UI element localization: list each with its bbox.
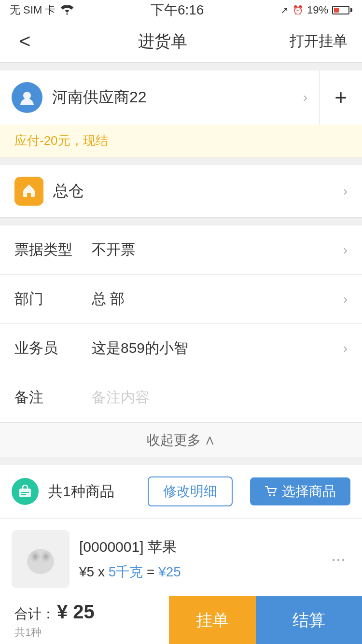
wifi-icon: [60, 5, 74, 15]
product-total: ¥25: [158, 564, 181, 579]
remark-label: 备注: [14, 388, 92, 407]
warehouse-chevron-icon: ›: [343, 183, 348, 199]
supplier-chevron-icon: ›: [303, 90, 307, 105]
total-amount: ¥ 25: [57, 601, 95, 623]
status-time: 下午6:16: [151, 1, 204, 19]
status-bar: 无 SIM 卡 下午6:16 ↗ ⏰ 19%: [0, 0, 362, 20]
supplier-alert: 应付-20元，现结: [0, 125, 362, 157]
invoice-type-row[interactable]: 票据类型 不开票 ›: [0, 225, 362, 275]
select-product-button[interactable]: 选择商品: [250, 477, 350, 505]
checkout-button[interactable]: 结算: [256, 596, 362, 644]
gap-3: [0, 218, 362, 225]
product-name: [0000001] 苹果: [79, 537, 317, 557]
total-section: 合计： ¥ 25 共1种: [0, 596, 169, 644]
salesperson-value: 这是859的小智: [92, 338, 343, 358]
product-title-text: 苹果: [148, 539, 177, 555]
collapse-button[interactable]: 收起更多 ∧: [0, 422, 362, 457]
svg-point-13: [44, 555, 47, 559]
nav-bar: < 进货单 打开挂单: [0, 20, 362, 63]
svg-point-5: [269, 494, 271, 496]
alarm-icon: ⏰: [292, 5, 303, 15]
gap-1: [0, 63, 362, 70]
salesperson-label: 业务员: [14, 338, 92, 358]
product-price-row: ¥5 x 5千克 = ¥25: [79, 563, 317, 581]
back-button[interactable]: <: [14, 26, 35, 57]
product-code: [0000001]: [79, 539, 143, 555]
svg-point-12: [34, 555, 37, 559]
department-chevron-icon: ›: [343, 292, 348, 307]
product-thumbnail: 督+: [12, 530, 70, 588]
svg-point-0: [23, 92, 31, 99]
warehouse-icon: [14, 177, 43, 206]
gap-2: [0, 157, 362, 165]
owl-logo-icon: 督+: [21, 540, 60, 578]
supplier-name: 河南供应商22: [52, 87, 293, 108]
product-header-icon: [12, 478, 39, 505]
remark-input[interactable]: 备注内容: [92, 388, 348, 407]
product-quantity: 5千克: [109, 564, 143, 579]
department-value: 总 部: [92, 289, 343, 309]
hang-button[interactable]: 挂单: [169, 596, 256, 644]
equals-sign: =: [147, 564, 158, 579]
warehouse-selector[interactable]: 总仓 ›: [0, 165, 362, 217]
svg-rect-3: [27, 193, 31, 197]
total-count: 共1种: [14, 625, 154, 640]
location-icon: ↗: [280, 4, 289, 16]
open-hang-button[interactable]: 打开挂单: [290, 31, 348, 51]
supplier-selector[interactable]: 河南供应商22 ›: [0, 70, 320, 125]
total-label: 合计：: [14, 605, 55, 623]
svg-text:督+: 督+: [34, 567, 44, 574]
bottom-bar: 合计： ¥ 25 共1种 挂单 结算: [0, 596, 362, 644]
page-title: 进货单: [138, 30, 187, 53]
select-product-label: 选择商品: [282, 482, 336, 501]
invoice-type-value: 不开票: [92, 240, 343, 260]
form-section: 票据类型 不开票 › 部门 总 部 › 业务员 这是859的小智 › 备注 备注…: [0, 225, 362, 422]
department-label: 部门: [14, 289, 92, 309]
supplier-avatar: [12, 82, 42, 113]
salesperson-chevron-icon: ›: [343, 341, 348, 356]
salesperson-row[interactable]: 业务员 这是859的小智 ›: [0, 324, 362, 373]
svg-marker-2: [23, 184, 35, 190]
carrier-text: 无 SIM 卡: [10, 3, 56, 17]
product-count: 共1种商品: [48, 482, 138, 502]
remark-row[interactable]: 备注 备注内容: [0, 373, 362, 422]
status-left: 无 SIM 卡: [10, 3, 74, 17]
product-header: 共1种商品 修改明细 选择商品: [0, 465, 362, 518]
add-supplier-button[interactable]: +: [320, 70, 362, 125]
svg-point-6: [273, 494, 275, 496]
invoice-type-label: 票据类型: [14, 240, 92, 260]
battery-icon: [332, 6, 352, 14]
product-more-button[interactable]: ···: [326, 544, 350, 574]
product-unit-price: ¥5: [79, 564, 94, 579]
status-right: ↗ ⏰ 19%: [280, 4, 352, 16]
battery-percent: 19%: [307, 4, 328, 16]
price-separator: x: [98, 564, 109, 579]
product-item: 督+ [0000001] 苹果 ¥5 x 5千克 = ¥25 ···: [0, 518, 362, 600]
invoice-type-chevron-icon: ›: [343, 242, 348, 258]
warehouse-name: 总仓: [53, 181, 334, 202]
warehouse-section: 总仓 ›: [0, 165, 362, 218]
modify-detail-button[interactable]: 修改明细: [148, 476, 233, 506]
cart-icon: [265, 486, 278, 497]
product-info: [0000001] 苹果 ¥5 x 5千克 = ¥25: [79, 537, 317, 581]
supplier-section: 河南供应商22 › +: [0, 70, 362, 125]
department-row[interactable]: 部门 总 部 ›: [0, 275, 362, 324]
